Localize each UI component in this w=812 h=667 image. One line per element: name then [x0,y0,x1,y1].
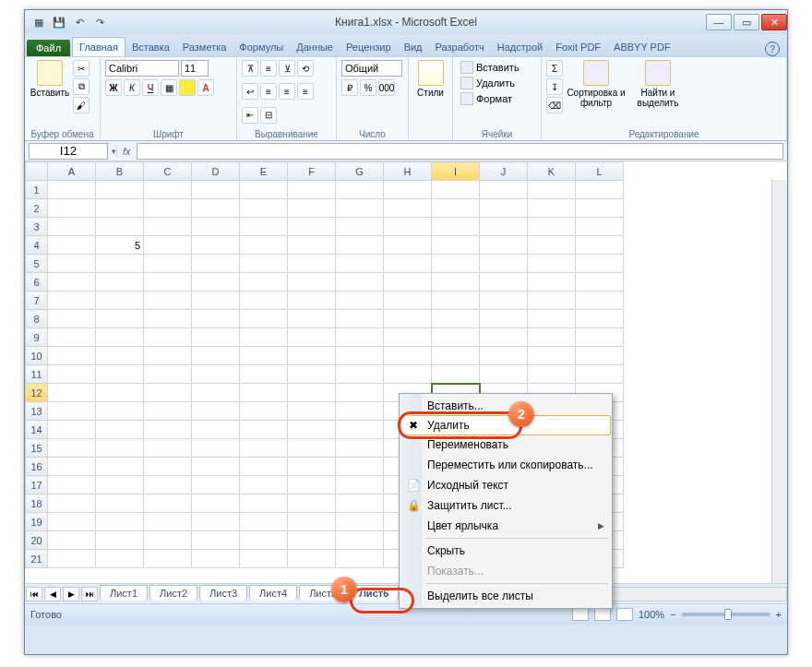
cell-F21[interactable] [288,550,336,568]
cell-B12[interactable] [96,384,144,402]
cell-G7[interactable] [336,292,384,310]
cell-L10[interactable] [576,347,624,365]
cell-E14[interactable] [240,421,288,439]
cell-C19[interactable] [144,513,192,531]
row-header-2[interactable]: 2 [26,199,48,218]
tab-insert[interactable]: Вставка [125,38,176,56]
tab-review[interactable]: Рецензир [340,38,398,56]
cell-K11[interactable] [528,365,576,384]
number-format-select[interactable] [341,60,402,77]
cell-H4[interactable] [384,236,432,255]
cell-H2[interactable] [384,199,432,218]
cell-C15[interactable] [144,439,192,458]
cell-L2[interactable] [576,199,624,218]
align-center-icon[interactable]: ≡ [279,83,295,100]
cell-F15[interactable] [288,439,336,458]
cells-format-button[interactable]: Формат [458,91,515,106]
tab-view[interactable]: Вид [398,38,429,56]
cell-F6[interactable] [288,273,336,292]
cell-G8[interactable] [336,310,384,328]
cell-D1[interactable] [192,181,240,199]
cell-F4[interactable] [288,236,336,255]
underline-button[interactable]: Ч [142,79,159,96]
cell-C20[interactable] [144,531,192,550]
cell-G17[interactable] [336,476,384,494]
cell-A6[interactable] [48,273,96,292]
cell-J8[interactable] [480,310,528,328]
cell-D2[interactable] [192,199,240,218]
cell-C7[interactable] [144,292,192,310]
ctx-select-all-sheets[interactable]: Выделить все листы [401,586,610,606]
cell-C16[interactable] [144,458,192,476]
col-header-H[interactable]: H [384,162,432,181]
cell-B2[interactable] [96,199,144,218]
col-header-L[interactable]: L [576,162,624,181]
sheet-tab-4[interactable]: Лист4 [249,585,297,601]
cell-L3[interactable] [576,218,624,236]
row-header-11[interactable]: 11 [26,365,48,384]
cell-G21[interactable] [336,550,384,568]
cell-D16[interactable] [192,458,240,476]
cell-D4[interactable] [192,236,240,255]
cell-B10[interactable] [96,347,144,365]
cell-L6[interactable] [576,273,624,292]
cell-A16[interactable] [48,458,96,476]
cell-G19[interactable] [336,513,384,531]
row-header-13[interactable]: 13 [26,402,48,421]
cell-D11[interactable] [192,365,240,384]
tab-layout[interactable]: Разметка [176,38,233,56]
cell-F19[interactable] [288,513,336,531]
cell-E15[interactable] [240,439,288,458]
cell-A19[interactable] [48,513,96,531]
cell-E17[interactable] [240,476,288,494]
cell-K1[interactable] [528,181,576,199]
name-box[interactable] [29,143,108,160]
cell-C21[interactable] [144,550,192,568]
cell-K2[interactable] [528,199,576,218]
sheet-nav-next-icon[interactable]: ▶ [63,587,79,601]
cell-D12[interactable] [192,384,240,402]
col-header-D[interactable]: D [192,162,240,181]
font-size-select[interactable] [181,60,209,77]
currency-icon[interactable]: ₽ [341,79,358,96]
cell-B20[interactable] [96,531,144,550]
copy-icon[interactable]: ⧉ [73,78,90,95]
cell-C17[interactable] [144,476,192,494]
cell-B11[interactable] [96,365,144,384]
col-header-B[interactable]: B [96,162,144,181]
cell-H9[interactable] [384,328,432,347]
cell-E11[interactable] [240,365,288,384]
cell-B15[interactable] [96,439,144,458]
cell-B6[interactable] [96,273,144,292]
cell-J6[interactable] [480,273,528,292]
align-top-icon[interactable]: ⊼ [242,60,258,77]
row-header-15[interactable]: 15 [26,439,48,458]
ctx-hide[interactable]: Скрыть [401,541,610,561]
cell-B18[interactable] [96,494,144,513]
cell-D6[interactable] [192,273,240,292]
help-icon[interactable]: ? [765,42,780,56]
fill-icon[interactable]: ↧ [546,78,563,95]
cell-B21[interactable] [96,550,144,568]
sheet-tab-2[interactable]: Лист2 [149,585,197,601]
cell-F10[interactable] [288,347,336,365]
wrap-text-icon[interactable]: ↩ [242,83,258,100]
format-painter-icon[interactable]: 🖌 [73,97,90,113]
cell-E21[interactable] [240,550,288,568]
cell-D14[interactable] [192,421,240,439]
paste-button[interactable]: Вставить [30,60,70,98]
cell-D8[interactable] [192,310,240,328]
cell-B9[interactable] [96,328,144,347]
cell-F2[interactable] [288,199,336,218]
cell-J9[interactable] [480,328,528,347]
cell-E20[interactable] [240,531,288,550]
cell-I1[interactable] [432,181,480,199]
autosum-icon[interactable]: Σ [546,60,563,77]
cell-G4[interactable] [336,236,384,255]
cell-C13[interactable] [144,402,192,421]
cell-J4[interactable] [480,236,528,255]
font-name-select[interactable] [105,60,179,77]
comma-icon[interactable]: 000 [378,79,395,96]
redo-icon[interactable]: ↷ [91,14,108,30]
cell-J3[interactable] [480,218,528,236]
